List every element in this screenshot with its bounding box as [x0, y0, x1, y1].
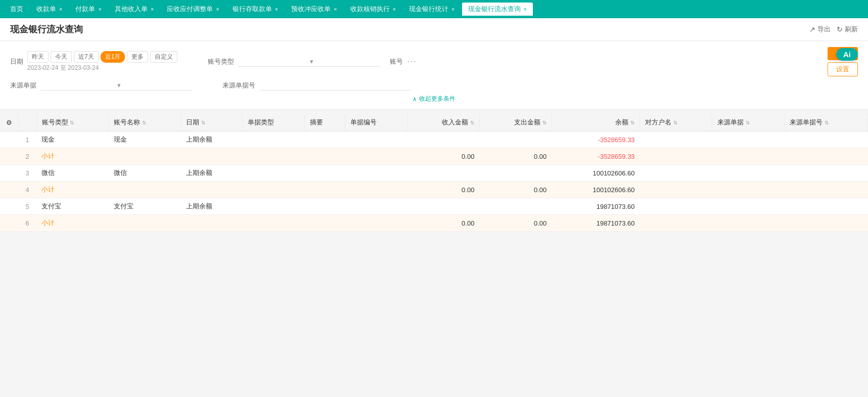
date-btn-7days[interactable]: 近7天	[74, 51, 99, 63]
cell-doc-no	[345, 215, 407, 232]
cell-doc-type	[242, 165, 304, 182]
th-doc-type[interactable]: 单据类型	[242, 114, 304, 131]
cell-summary	[305, 182, 345, 198]
cell-date: 上期余额	[181, 198, 243, 215]
export-icon: ↗	[809, 25, 815, 33]
cell-balance: 100102606.60	[552, 165, 639, 182]
table-row[interactable]: 5 支付宝 支付宝 上期余额 19871073.60	[0, 198, 868, 215]
cell-account-type: 小计	[36, 148, 109, 165]
account-dots[interactable]: ···	[407, 57, 417, 66]
cell-settings	[0, 131, 18, 148]
page-header: 现金银行流水查询 ↗ 导出 ↻ 刷新	[0, 18, 868, 41]
cell-summary	[305, 215, 345, 232]
table-header-row: ⚙ 账号类型 ⇅ 账号名称 ⇅ 日期 ⇅ 单据类型	[0, 114, 868, 131]
th-income[interactable]: 收入金额 ⇅	[407, 114, 479, 131]
date-btn-more[interactable]: 更多	[127, 51, 148, 63]
close-other-income-icon[interactable]: ×	[151, 6, 154, 12]
cell-income	[407, 131, 479, 148]
source-doc-no-input[interactable]	[259, 80, 411, 91]
collapse-bar[interactable]: ∧ 收起更多条件	[10, 95, 858, 103]
cell-account-name	[109, 148, 181, 165]
close-collection-icon[interactable]: ×	[393, 6, 396, 12]
date-buttons: 昨天 今天 近7天 近1月 更多 自定义	[27, 51, 177, 63]
settings-button[interactable]: 设置	[828, 62, 858, 76]
refresh-icon: ↻	[837, 25, 843, 33]
account-type-select[interactable]: ▾	[238, 57, 380, 67]
nav-item-collection[interactable]: 收款核销执行 ×	[344, 3, 402, 16]
table-row[interactable]: 6 小计 0.00 0.00 19871073.60	[0, 215, 868, 232]
date-btn-yesterday[interactable]: 昨天	[27, 51, 49, 63]
table-body: 1 现金 现金 上期余额 -3528659.33 2 小计 0.00 0.00 …	[0, 131, 868, 232]
filter-area: 日期 昨天 今天 近7天 近1月 更多 自定义 2023-02-24 至 202…	[0, 41, 868, 110]
account-type-arrow-icon: ▾	[310, 58, 378, 65]
cell-expense: 0.00	[479, 182, 552, 198]
cell-doc-type	[242, 198, 304, 215]
cell-source-doc	[712, 165, 785, 182]
cell-date: 上期余额	[181, 131, 243, 148]
sort-balance-icon: ⇅	[630, 120, 634, 125]
cell-index: 6	[18, 215, 36, 232]
th-source-doc-no[interactable]: 来源单据号 ⇅	[784, 114, 867, 131]
nav-item-receipts[interactable]: 收款单 ×	[30, 3, 68, 16]
refresh-button[interactable]: ↻ 刷新	[837, 25, 858, 34]
nav-item-cash-bank-stats[interactable]: 现金银行统计 ×	[403, 3, 461, 16]
nav-item-payments[interactable]: 付款单 ×	[69, 3, 107, 16]
cell-counterpart	[640, 148, 712, 165]
nav-item-other-income[interactable]: 其他收入单 ×	[109, 3, 160, 16]
table-row[interactable]: 1 现金 现金 上期余额 -3528659.33	[0, 131, 868, 148]
sort-income-icon: ⇅	[470, 120, 474, 125]
cell-source-doc	[712, 182, 785, 198]
cell-expense: 0.00	[479, 148, 552, 165]
close-stats-icon[interactable]: ×	[451, 6, 454, 12]
ai-badge[interactable]: Ai	[836, 48, 858, 61]
date-btn-custom[interactable]: 自定义	[150, 51, 177, 63]
source-doc-select[interactable]: ▾	[40, 80, 192, 91]
cell-counterpart	[640, 215, 712, 232]
date-range-text: 2023-02-24 至 2023-03-24	[27, 64, 177, 72]
cell-index: 5	[18, 198, 36, 215]
source-doc-filter-group: 来源单据 ▾	[10, 80, 192, 91]
th-account-name[interactable]: 账号名称 ⇅	[109, 114, 181, 131]
th-counterpart[interactable]: 对方户名 ⇅	[640, 114, 712, 131]
table-row[interactable]: 4 小计 0.00 0.00 100102606.60	[0, 182, 868, 198]
cell-settings	[0, 198, 18, 215]
nav-item-cash-bank-query[interactable]: 现金银行流水查询 ×	[462, 3, 533, 16]
nav-home[interactable]: 首页	[4, 3, 29, 16]
close-prepayment-icon[interactable]: ×	[334, 6, 337, 12]
cell-balance: -3528659.33	[552, 131, 639, 148]
th-expense[interactable]: 支出金额 ⇅	[479, 114, 552, 131]
close-bank-deposit-icon[interactable]: ×	[275, 6, 278, 12]
th-account-type[interactable]: 账号类型 ⇅	[36, 114, 109, 131]
close-ar-ap-icon[interactable]: ×	[216, 6, 219, 12]
close-payments-icon[interactable]: ×	[98, 6, 101, 12]
export-button[interactable]: ↗ 导出	[809, 25, 831, 34]
th-date[interactable]: 日期 ⇅	[181, 114, 243, 131]
date-btn-today[interactable]: 今天	[51, 51, 72, 63]
cell-account-name: 微信	[109, 165, 181, 182]
sort-counterpart-icon: ⇅	[673, 120, 677, 125]
filter-row-2: 来源单据 ▾ 来源单据号	[10, 80, 858, 91]
cell-doc-type	[242, 215, 304, 232]
th-settings[interactable]: ⚙	[0, 114, 18, 131]
th-doc-no[interactable]: 单据编号	[345, 114, 407, 131]
table-row[interactable]: 3 微信 微信 上期余额 100102606.60	[0, 165, 868, 182]
column-settings-icon[interactable]: ⚙	[6, 119, 12, 126]
nav-item-bank-deposit[interactable]: 银行存取款单 ×	[226, 3, 284, 16]
th-summary[interactable]: 摘要	[305, 114, 345, 131]
cell-summary	[305, 148, 345, 165]
nav-item-prepayment[interactable]: 预收冲应收单 ×	[285, 3, 343, 16]
date-btn-1month[interactable]: 近1月	[101, 51, 125, 63]
cell-expense: 0.00	[479, 215, 552, 232]
cell-summary	[305, 165, 345, 182]
cell-settings	[0, 165, 18, 182]
table-row[interactable]: 2 小计 0.00 0.00 -3528659.33	[0, 148, 868, 165]
close-query-icon[interactable]: ×	[524, 6, 527, 12]
nav-item-ar-ap-adjust[interactable]: 应收应付调整单 ×	[161, 3, 225, 16]
th-source-doc[interactable]: 来源单据 ⇅	[712, 114, 785, 131]
th-index	[18, 114, 36, 131]
cell-index: 4	[18, 182, 36, 198]
cell-income: 0.00	[407, 215, 479, 232]
cell-settings	[0, 182, 18, 198]
close-receipts-icon[interactable]: ×	[59, 6, 62, 12]
th-balance[interactable]: 余额 ⇅	[552, 114, 639, 131]
